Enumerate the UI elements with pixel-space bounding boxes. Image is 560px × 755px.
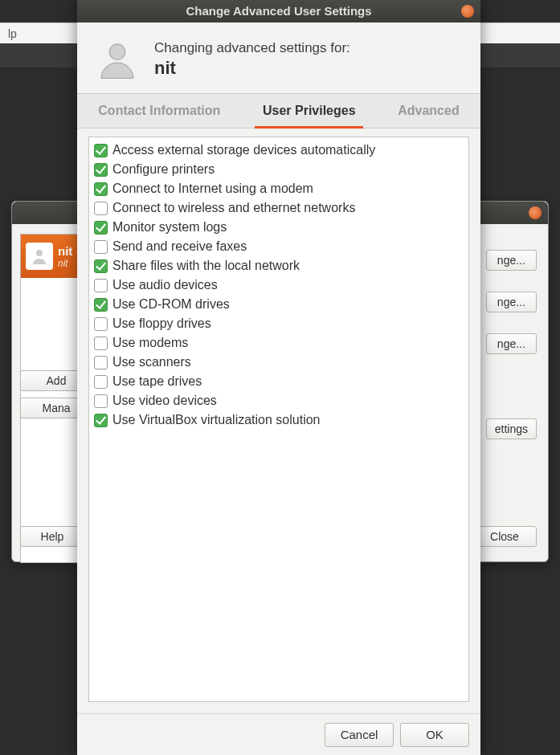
dialog-titlebar: Change Advanced User Settings bbox=[77, 0, 480, 22]
privilege-row: Share files with the local network bbox=[94, 256, 464, 275]
close-button[interactable]: Close bbox=[472, 526, 537, 547]
privilege-label: Use video devices bbox=[112, 394, 217, 408]
privilege-checkbox[interactable] bbox=[94, 259, 108, 273]
privilege-checkbox[interactable] bbox=[94, 298, 108, 312]
tab-contact[interactable]: Contact Information bbox=[77, 94, 242, 128]
dialog-title: Change Advanced User Settings bbox=[186, 4, 371, 18]
tab-bar: Contact Information User Privileges Adva… bbox=[77, 93, 480, 129]
privilege-label: Use floppy drives bbox=[112, 316, 211, 331]
menubar-item[interactable]: lp bbox=[8, 27, 17, 40]
dialog-content: Access external storage devices automati… bbox=[77, 129, 480, 713]
cancel-button[interactable]: Cancel bbox=[325, 723, 394, 747]
change-button[interactable]: nge... bbox=[486, 250, 537, 271]
user-name: nit bbox=[58, 244, 72, 258]
privilege-checkbox[interactable] bbox=[94, 279, 108, 292]
user-sub: nit bbox=[58, 258, 72, 269]
tab-advanced[interactable]: Advanced bbox=[377, 94, 480, 128]
settings-button[interactable]: ettings bbox=[486, 418, 537, 439]
privilege-checkbox[interactable] bbox=[94, 375, 108, 389]
privilege-row: Use floppy drives bbox=[94, 314, 464, 333]
ok-button[interactable]: OK bbox=[400, 723, 469, 747]
privilege-row: Use scanners bbox=[94, 353, 464, 372]
privilege-checkbox[interactable] bbox=[94, 317, 108, 331]
privilege-label: Use VirtualBox virtualization solution bbox=[112, 413, 321, 427]
privilege-row: Connect to Internet using a modem bbox=[94, 179, 464, 198]
privilege-checkbox[interactable] bbox=[94, 394, 108, 408]
privilege-label: Use scanners bbox=[112, 355, 191, 369]
privilege-label: Use audio devices bbox=[112, 278, 218, 292]
privilege-row: Configure printers bbox=[94, 160, 464, 179]
close-icon[interactable] bbox=[461, 5, 474, 18]
privileges-list: Access external storage devices automati… bbox=[88, 137, 469, 702]
privilege-checkbox[interactable] bbox=[94, 182, 108, 196]
privilege-row: Monitor system logs bbox=[94, 218, 464, 237]
privilege-label: Connect to wireless and ethernet network… bbox=[112, 201, 355, 215]
change-button[interactable]: nge... bbox=[486, 333, 537, 354]
help-button[interactable]: Help bbox=[20, 526, 84, 547]
privilege-label: Access external storage devices automati… bbox=[112, 143, 375, 157]
svg-point-1 bbox=[109, 44, 125, 60]
privilege-label: Connect to Internet using a modem bbox=[112, 182, 313, 196]
privilege-label: Monitor system logs bbox=[112, 220, 227, 235]
tab-privileges[interactable]: User Privileges bbox=[242, 94, 377, 128]
privilege-checkbox[interactable] bbox=[94, 337, 108, 350]
change-button[interactable]: nge... bbox=[486, 292, 537, 312]
privilege-label: Configure printers bbox=[112, 162, 215, 177]
privilege-row: Use modems bbox=[94, 333, 464, 353]
privilege-label: Use CD-ROM drives bbox=[112, 297, 230, 312]
advanced-settings-dialog: Change Advanced User Settings Changing a… bbox=[77, 0, 480, 755]
privilege-row: Connect to wireless and ethernet network… bbox=[94, 198, 464, 218]
privilege-row: Use video devices bbox=[94, 391, 464, 410]
privilege-row: Use audio devices bbox=[94, 275, 464, 295]
avatar-icon bbox=[95, 37, 140, 82]
privilege-row: Send and receive faxes bbox=[94, 237, 464, 256]
privilege-checkbox[interactable] bbox=[94, 356, 108, 369]
privilege-label: Share files with the local network bbox=[112, 259, 300, 273]
privilege-checkbox[interactable] bbox=[94, 414, 108, 427]
privilege-checkbox[interactable] bbox=[94, 202, 108, 215]
privilege-label: Use modems bbox=[112, 336, 188, 350]
privilege-row: Use tape drives bbox=[94, 372, 464, 391]
privilege-checkbox[interactable] bbox=[94, 144, 108, 157]
privilege-row: Use CD-ROM drives bbox=[94, 295, 464, 314]
privilege-label: Send and receive faxes bbox=[112, 239, 247, 254]
header-caption: Changing advanced settings for: bbox=[154, 40, 350, 56]
dialog-actions: Cancel OK bbox=[77, 713, 480, 755]
svg-point-0 bbox=[36, 250, 43, 256]
privilege-row: Access external storage devices automati… bbox=[94, 141, 464, 160]
privilege-checkbox[interactable] bbox=[94, 163, 108, 177]
dialog-header: Changing advanced settings for: nit bbox=[77, 22, 480, 93]
close-icon[interactable] bbox=[529, 206, 542, 219]
avatar-icon bbox=[26, 243, 53, 270]
privilege-checkbox[interactable] bbox=[94, 221, 108, 235]
privilege-row: Use VirtualBox virtualization solution bbox=[94, 410, 464, 430]
header-username: nit bbox=[154, 58, 350, 79]
privilege-label: Use tape drives bbox=[112, 374, 202, 389]
privilege-checkbox[interactable] bbox=[94, 240, 108, 254]
